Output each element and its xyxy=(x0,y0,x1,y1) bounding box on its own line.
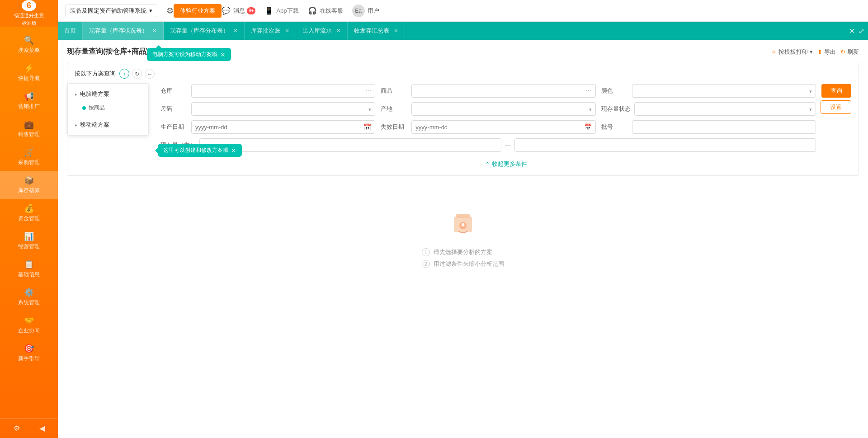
user-action[interactable]: Ea 用户 xyxy=(352,5,379,17)
tree-mobile-arrow: ▸ xyxy=(75,122,77,127)
product-select[interactable]: ··· xyxy=(411,84,595,98)
sidebar-item-basic[interactable]: 📋 基础信息 xyxy=(0,255,58,283)
sidebar-label-search: 搜索菜单 xyxy=(18,47,40,54)
product-dots: ··· xyxy=(585,87,591,95)
query-section: 按以下方案查询 + ↻ ← 电脑方案可设为移动方案哦 ✕ 这里可以创建和修改方案… xyxy=(67,63,859,176)
sidebar-item-finance[interactable]: 💰 资金管理 xyxy=(0,199,58,227)
collapse-bar[interactable]: ⌃ 收起更多条件 xyxy=(160,156,851,170)
system-selector[interactable]: 装备及固定资产辅助管理系统 ▾ xyxy=(65,5,157,17)
tab-fullscreen-icon[interactable]: ⤢ xyxy=(859,27,864,35)
query-row-1-grid: 仓库 ··· 商品 xyxy=(160,84,816,98)
expiry-date-field[interactable] xyxy=(415,124,581,131)
origin-select[interactable] xyxy=(411,102,595,116)
svg-rect-1 xyxy=(456,214,470,218)
collapse-sidebar-icon[interactable]: ◀ xyxy=(39,424,45,433)
tab-close-batch-account[interactable]: ✕ xyxy=(285,28,289,34)
svg-rect-4 xyxy=(462,223,464,226)
tab-inventory-status[interactable]: 现存量（库存状况表） ✕ xyxy=(83,22,164,40)
collapse-up-icon: ⌃ xyxy=(485,161,490,168)
field-production-date-label: 生产日期 xyxy=(160,123,188,131)
settings-icon[interactable]: ⚙ xyxy=(14,424,20,433)
tab-receive-summary[interactable]: 收发存汇总表 ✕ xyxy=(348,22,405,40)
sidebar-label-basic: 基础信息 xyxy=(18,271,40,278)
phone-icon: 📱 xyxy=(264,6,274,15)
sidebar-item-guide[interactable]: 🎯 新手引导 xyxy=(0,339,58,367)
tab-close-all-icon[interactable]: ✕ xyxy=(849,27,855,35)
tab-close-inventory-status[interactable]: ✕ xyxy=(152,28,157,34)
field-expiry-date-label: 失效日期 xyxy=(381,123,408,131)
sidebar-label-shortcut: 快捷导航 xyxy=(18,75,40,82)
production-date-input[interactable]: 📅 xyxy=(191,120,375,134)
tab-close-receive-summary[interactable]: ✕ xyxy=(394,28,398,34)
gear-icon[interactable]: ⚙ xyxy=(166,6,174,16)
add-scheme-btn[interactable]: + xyxy=(119,69,129,79)
print-btn[interactable]: 🖨 按模板打印 ▾ xyxy=(771,48,813,56)
field-expiry-date: 失效日期 📅 xyxy=(381,120,595,134)
purchase-icon: 🛒 xyxy=(24,147,34,157)
tab-home[interactable]: 首页 xyxy=(58,22,83,40)
tree-pc-scheme[interactable]: ▸ 电脑端方案 xyxy=(68,87,148,101)
query-row-4: 现存量（主） — xyxy=(160,138,816,152)
range-separator: — xyxy=(505,142,511,149)
stock-qty-min[interactable] xyxy=(199,138,501,152)
message-action[interactable]: 💬 消息 9+ xyxy=(222,6,255,15)
sidebar-bottom: ⚙ ◀ xyxy=(0,418,58,438)
color-select[interactable] xyxy=(632,84,816,98)
query-row-2-grid: 尺码 产地 xyxy=(160,102,816,116)
industry-btn[interactable]: 体验行业方案 xyxy=(174,4,222,18)
sidebar-item-search[interactable]: 🔍 搜索菜单 xyxy=(0,31,58,59)
sidebar-item-purchase[interactable]: 🛒 采购管理 xyxy=(0,143,58,171)
stock-status-select[interactable] xyxy=(634,102,816,116)
app-download-label: App下载 xyxy=(276,7,298,15)
warehouse-select[interactable]: ··· xyxy=(191,84,375,98)
tree-pc-item[interactable]: 按商品 xyxy=(89,104,105,112)
query-header: 按以下方案查询 + ↻ ← 电脑方案可设为移动方案哦 ✕ xyxy=(75,69,851,79)
title-actions: 🖨 按模板打印 ▾ ⬆ 导出 ↻ 刷新 xyxy=(771,48,859,56)
tab-inout-flow[interactable]: 出入库流水 ✕ xyxy=(296,22,348,40)
expiry-date-input[interactable]: 📅 xyxy=(411,120,595,134)
tab-batch-account[interactable]: 库存批次账 ✕ xyxy=(245,22,296,40)
system-icon: ⚙️ xyxy=(24,287,34,297)
stock-qty-max[interactable] xyxy=(514,138,816,152)
online-support-action[interactable]: 🎧 在线客服 xyxy=(308,6,343,15)
tab-bar: 首页 现存量（库存状况表） ✕ 现存量（库存分布表） ✕ 库存批次账 ✕ 出入库… xyxy=(58,22,868,40)
message-icon: 💬 xyxy=(222,6,231,15)
system-selector-chevron: ▾ xyxy=(149,7,152,14)
sidebar-item-marketing[interactable]: 📢 营销推广 xyxy=(0,87,58,115)
tree-mobile-scheme[interactable]: ▸ 移动端方案 xyxy=(68,118,148,132)
field-origin: 产地 xyxy=(381,102,595,116)
export-btn[interactable]: ⬆ 导出 xyxy=(817,48,836,56)
batch-input[interactable] xyxy=(632,120,816,134)
query-btn-group: 查询 设置 xyxy=(821,84,851,114)
field-stock-status-label: 现存量状态 xyxy=(601,105,631,113)
sidebar-item-inventory[interactable]: 📦 库存核算 xyxy=(0,171,58,199)
sidebar-item-system[interactable]: ⚙️ 系统管理 xyxy=(0,283,58,311)
sidebar-label-system: 系统管理 xyxy=(18,299,40,306)
tab-close-inout-flow[interactable]: ✕ xyxy=(336,28,341,34)
tab-inventory-dist[interactable]: 现存量（库存分布表） ✕ xyxy=(164,22,245,40)
sidebar-label-operations: 经营管理 xyxy=(18,243,40,250)
setup-button[interactable]: 设置 xyxy=(821,100,851,114)
production-date-field[interactable] xyxy=(195,124,361,131)
refresh-scheme-btn[interactable]: ↻ xyxy=(132,69,142,79)
sidebar-item-shortcut[interactable]: ⚡ 快捷导航 xyxy=(0,59,58,87)
query-fields-container: 仓库 ··· 商品 xyxy=(160,84,851,170)
print-chevron: ▾ xyxy=(810,48,813,55)
field-batch: 批号 xyxy=(601,120,816,134)
tab-close-inventory-dist[interactable]: ✕ xyxy=(233,28,238,34)
tooltip2-close[interactable]: ✕ xyxy=(231,147,236,154)
back-scheme-btn[interactable]: ← xyxy=(145,69,155,79)
sidebar-item-enterprise[interactable]: 🤝 企业协同 xyxy=(0,311,58,339)
size-select[interactable] xyxy=(191,102,375,116)
sidebar-item-sales[interactable]: 💼 销售管理 xyxy=(0,115,58,143)
sidebar-item-operations[interactable]: 📊 经营管理 xyxy=(0,227,58,255)
app-download-action[interactable]: 📱 App下载 xyxy=(264,6,298,15)
tooltip1-close[interactable]: ✕ xyxy=(220,51,226,58)
message-label: 消息 xyxy=(233,7,245,15)
tree-pc-label: 电脑端方案 xyxy=(80,90,109,98)
field-color: 颜色 xyxy=(601,84,816,98)
query-button[interactable]: 查询 xyxy=(821,84,851,98)
refresh-btn[interactable]: ↻ 刷新 xyxy=(840,48,859,56)
tip-num-2: 2 xyxy=(422,260,430,268)
field-color-label: 颜色 xyxy=(601,87,628,95)
